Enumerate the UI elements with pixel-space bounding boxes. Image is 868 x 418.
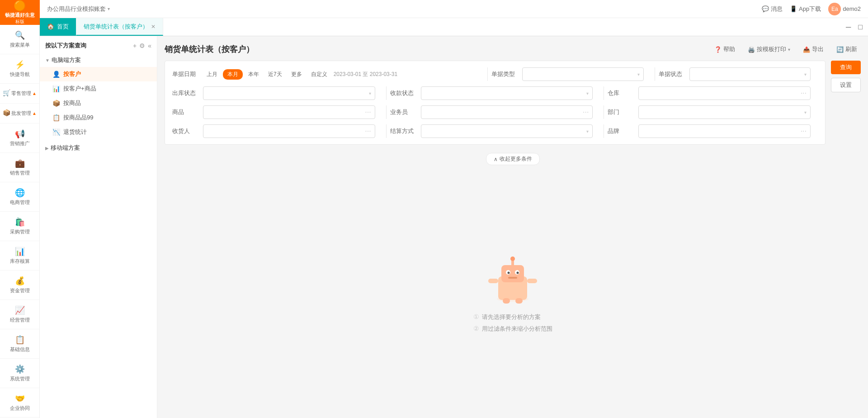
filter-out-status-input[interactable]: ▾ bbox=[203, 86, 375, 100]
collapse-more-button[interactable]: ∧ 收起更多条件 bbox=[486, 153, 540, 165]
sidebar-item-purchase[interactable]: 🛍️ 采购管理 bbox=[0, 212, 39, 241]
svg-point-5 bbox=[508, 271, 510, 274]
filter-cell-out-status: 出库状态 ▾ bbox=[172, 86, 382, 100]
user-menu[interactable]: Ea demo2 bbox=[828, 3, 861, 15]
expand-icon: ▶ bbox=[45, 146, 49, 151]
tabs-actions: ─ □ bbox=[844, 18, 868, 36]
filter-sep-7 bbox=[386, 124, 387, 138]
filter-date-group: 上月 本月 本年 近7天 更多 自定义 2023-03-01 至 2023-03… bbox=[203, 69, 476, 80]
filter-warehouse-input[interactable]: ··· bbox=[638, 86, 811, 100]
page-actions: ❓ 帮助 🖨️ 按模板打印 ▾ 📤 导出 🔄 刷新 bbox=[711, 43, 861, 55]
sidebar-item-ecommerce[interactable]: 🌐 电商管理 bbox=[0, 182, 39, 212]
empty-hint-2: ② 用过滤条件来缩小分析范围 bbox=[473, 325, 552, 333]
empty-text: ① 请先选择要分析的方案 ② 用过滤条件来缩小分析范围 bbox=[473, 313, 552, 333]
filter-cell-type: 单据类型 ▾ bbox=[491, 67, 651, 81]
filter-sep-2 bbox=[655, 67, 655, 81]
settings-button[interactable]: 设置 bbox=[831, 78, 861, 92]
basic-icon: 📋 bbox=[15, 335, 25, 345]
date-btn-this-month[interactable]: 本月 bbox=[223, 69, 243, 80]
finance-icon: 💰 bbox=[15, 276, 25, 286]
brand-dots[interactable]: ··· bbox=[801, 127, 807, 135]
search-icon: 🔍 bbox=[15, 30, 25, 40]
scheme-item-by-goods-99[interactable]: 📋 按商品品99 bbox=[40, 110, 157, 125]
sidebar-item-search[interactable]: 🔍 搜索菜单 bbox=[0, 25, 39, 54]
tab-sales-stat[interactable]: 销货单统计表（按客户） ✕ bbox=[76, 18, 163, 36]
filter-goods-input[interactable]: ··· bbox=[203, 105, 375, 119]
tab-maximize-button[interactable]: □ bbox=[856, 21, 864, 33]
sidebar-item-wholesale[interactable]: 📦 批发管理 ▲ bbox=[0, 104, 39, 124]
goods-dots[interactable]: ··· bbox=[365, 108, 371, 116]
date-btn-this-year[interactable]: 本年 bbox=[245, 69, 263, 80]
sidebar-item-retail[interactable]: 🛒 零售管理 ▲ bbox=[0, 84, 39, 104]
date-btn-7days[interactable]: 近7天 bbox=[264, 69, 286, 80]
message-button[interactable]: 💬 消息 bbox=[762, 5, 783, 13]
app-download-button[interactable]: 📱 App下载 bbox=[790, 5, 821, 13]
sidebar-item-inventory[interactable]: 📊 库存核算 bbox=[0, 241, 39, 271]
filter-row-3: 商品 ··· 业务员 ··· bbox=[172, 105, 818, 119]
warehouse-dots[interactable]: ··· bbox=[801, 89, 807, 97]
filter-receive-status-input[interactable]: ▾ bbox=[421, 86, 593, 100]
export-button[interactable]: 📤 导出 bbox=[799, 43, 827, 55]
empty-hint-1: ① 请先选择要分析的方案 bbox=[473, 313, 552, 321]
scheme-item-by-goods[interactable]: 📦 按商品 bbox=[40, 96, 157, 110]
sidebar-item-basic[interactable]: 📋 基础信息 bbox=[0, 329, 39, 359]
scheme-group-mobile-header[interactable]: ▶ 移动端方案 bbox=[40, 141, 157, 155]
query-button[interactable]: 查询 bbox=[831, 61, 861, 74]
sidebar-item-sales[interactable]: 💼 销售管理 bbox=[0, 153, 39, 182]
help-button[interactable]: ❓ 帮助 bbox=[711, 43, 739, 55]
type-dropdown-icon: ▾ bbox=[637, 72, 640, 77]
topbar-right: 💬 消息 📱 App下载 Ea demo2 bbox=[762, 3, 861, 15]
scheme-group-pc: ▼ 电脑端方案 👤 按客户 📊 按客户+商品 📦 按商品 📋 按商品 bbox=[40, 53, 157, 139]
filter-brand-input[interactable]: ··· bbox=[638, 124, 811, 138]
app-sub-text: 标版 bbox=[15, 19, 24, 25]
topbar: 办公用品行业模拟账套 ▾ 💬 消息 📱 App下载 Ea demo2 bbox=[40, 0, 868, 18]
settings-scheme-button[interactable]: ⚙ bbox=[139, 42, 145, 49]
filter-cell-warehouse: 仓库 ··· bbox=[608, 86, 818, 100]
receiver-dots[interactable]: ··· bbox=[365, 127, 371, 135]
scheme-item-return-stat[interactable]: 📉 退货统计 bbox=[40, 125, 157, 139]
tab-close-icon[interactable]: ✕ bbox=[151, 24, 156, 30]
tab-home[interactable]: 🏠 首页 bbox=[40, 18, 76, 36]
date-btn-more[interactable]: 更多 bbox=[288, 69, 306, 80]
scheme-item-by-customer[interactable]: 👤 按客户 bbox=[40, 67, 157, 81]
add-scheme-button[interactable]: + bbox=[133, 42, 137, 49]
page-title-bar: 销货单统计表（按客户） ❓ 帮助 🖨️ 按模板打印 ▾ 📤 导出 bbox=[165, 43, 861, 55]
download-icon: 📱 bbox=[790, 5, 797, 12]
refresh-icon: 🔄 bbox=[836, 46, 844, 53]
filter-salesman-input[interactable]: ··· bbox=[421, 105, 593, 119]
left-panel: 按以下方案查询 + ⚙ « ▼ 电脑端方案 👤 按客户 📊 bbox=[40, 36, 157, 418]
scheme-group-mobile: ▶ 移动端方案 bbox=[40, 141, 157, 155]
date-btn-last-month[interactable]: 上月 bbox=[203, 69, 221, 80]
sidebar-item-finance[interactable]: 💰 资金管理 bbox=[0, 271, 39, 300]
filter-receiver-input[interactable]: ··· bbox=[203, 124, 375, 138]
scheme-group-pc-header[interactable]: ▼ 电脑端方案 bbox=[40, 53, 157, 67]
salesman-dots[interactable]: ··· bbox=[583, 108, 589, 116]
sidebar-item-marketing[interactable]: 📢 营销推广 bbox=[0, 124, 39, 153]
print-button[interactable]: 🖨️ 按模板打印 ▾ bbox=[744, 43, 794, 55]
filter-sep-6 bbox=[604, 105, 604, 119]
scheme-item-by-customer-goods[interactable]: 📊 按客户+商品 bbox=[40, 81, 157, 96]
sidebar-item-quick-nav[interactable]: ⚡ 快捷导航 bbox=[0, 54, 39, 84]
sidebar-item-system[interactable]: ⚙️ 系统管理 bbox=[0, 359, 39, 388]
collapse-panel-button[interactable]: « bbox=[148, 42, 151, 49]
filter-form: 单据日期 上月 本月 本年 近7天 更多 自定义 bbox=[165, 61, 826, 145]
filter-payment-input[interactable]: ▾ bbox=[421, 124, 593, 138]
tab-minimize-button[interactable]: ─ bbox=[844, 21, 853, 33]
filter-sep-8 bbox=[604, 124, 604, 138]
topbar-chevron-icon[interactable]: ▾ bbox=[108, 6, 110, 11]
sidebar-item-corp[interactable]: 🤝 企业协同 bbox=[0, 388, 39, 418]
refresh-button[interactable]: 🔄 刷新 bbox=[833, 43, 861, 55]
system-icon: ⚙️ bbox=[15, 364, 25, 374]
page-title: 销货单统计表（按客户） bbox=[165, 44, 254, 55]
filter-panel: 单据日期 上月 本月 本年 近7天 更多 自定义 bbox=[165, 61, 826, 145]
sidebar-item-operations[interactable]: 📈 经营管理 bbox=[0, 300, 39, 329]
date-btn-custom[interactable]: 自定义 bbox=[307, 69, 331, 80]
app-logo[interactable]: 🟠 畅捷通好生意 标版 bbox=[0, 0, 40, 25]
collapse-row: ∧ 收起更多条件 bbox=[165, 150, 861, 168]
filter-status-input[interactable]: ▾ bbox=[689, 67, 811, 81]
filter-row-1: 单据日期 上月 本月 本年 近7天 更多 自定义 bbox=[172, 67, 818, 81]
print-icon: 🖨️ bbox=[748, 46, 755, 53]
home-icon: 🏠 bbox=[47, 23, 54, 30]
filter-type-input[interactable]: ▾ bbox=[522, 67, 644, 81]
filter-dept-input[interactable]: ▾ bbox=[638, 105, 811, 119]
